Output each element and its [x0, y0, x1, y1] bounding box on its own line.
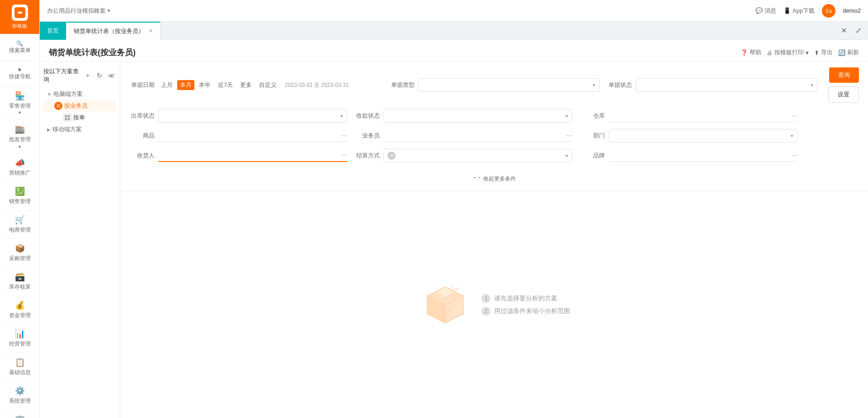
date-range-display: 2023-03-01 至 2023-03-31 — [285, 81, 349, 89]
inventory-icon: 🗃️ — [15, 272, 25, 282]
help-button[interactable]: ❓ 帮助 — [741, 48, 761, 57]
sidebar-item-sales[interactable]: 💹 销售管理 — [0, 182, 39, 210]
salesman-dots[interactable]: ··· — [566, 132, 572, 140]
star-icon: ★ — [17, 66, 22, 73]
tab-close-all-button[interactable]: ✕ — [837, 24, 850, 37]
warehouse-dots[interactable]: ··· — [792, 112, 797, 120]
left-panel-icons: ＋ ↻ ≪ — [83, 71, 116, 81]
sidebar-item-inventory[interactable]: 🗃️ 库存核算 — [0, 267, 39, 296]
system-icon: ⚙️ — [15, 386, 25, 396]
order-status-label: 单据状态 — [607, 81, 632, 89]
date-tab-custom[interactable]: 自定义 — [256, 80, 279, 90]
settlement-clear-icon[interactable]: ✕ — [387, 152, 396, 160]
search-menu-button[interactable]: 🔍 搜索菜单 — [3, 38, 37, 57]
sidebar-item-retail[interactable]: 🏪 零售管理 ▾ — [0, 86, 39, 120]
sidebar-item-operations[interactable]: 📊 经营管理 — [0, 324, 39, 353]
page-title: 销货单统计表(按业务员) — [49, 47, 136, 58]
dept-dropdown[interactable]: ▾ — [609, 129, 797, 142]
consignee-input[interactable] — [158, 152, 341, 159]
export-button[interactable]: ⬆ 导出 — [814, 48, 833, 57]
tree-group-desktop[interactable]: ▼ 电脑端方案 — [43, 88, 116, 100]
salesman-control: ··· — [383, 130, 572, 142]
sidebar-item-wholesale[interactable]: 🏬 批发管理 ▴ — [0, 120, 39, 153]
page-header: 销货单统计表(按业务员) ❓ 帮助 🖨 按模板打印 ▾ ⬆ 导出 🔄 刷新 — [40, 40, 868, 62]
date-tab-last-7-days[interactable]: 近7天 — [215, 80, 236, 90]
help-icon: ❓ — [741, 49, 748, 56]
filter-row-1: 单据日期 上月 本月 本年 近7天 更多 自定义 2023-03-01 至 20… — [129, 67, 859, 103]
collapse-icon: ⌃⌃ — [472, 176, 481, 182]
tip-num-1: 1 — [481, 294, 491, 303]
top-header: 办公用品行业模拟账套 ▾ 💬 消息 📱 App下载 Ea demo2 — [40, 0, 868, 22]
collapse-panel-button[interactable]: ≪ — [106, 71, 116, 81]
wholesale-icon: 🏬 — [15, 124, 25, 134]
retail-icon: 🏪 — [15, 91, 25, 101]
content-wrapper: 按以下方案查询 ＋ ↻ ≪ ▼ 电脑端方案 按 按业务员 — [40, 62, 868, 418]
sidebar-item-finance[interactable]: 💰 资金管理 — [0, 296, 39, 324]
dept-label: 部门 — [580, 132, 605, 140]
ecommerce-icon: 🛒 — [15, 215, 25, 225]
empty-tip-2: 2 用过滤条件来缩小分析范围 — [481, 307, 570, 316]
add-scheme-button[interactable]: ＋ — [83, 71, 93, 81]
date-tab-this-year[interactable]: 本年 — [196, 80, 213, 90]
tab-actions: ✕ ⤢ — [837, 24, 868, 37]
goods-dots[interactable]: ··· — [341, 132, 347, 140]
page-content: 销货单统计表(按业务员) ❓ 帮助 🖨 按模板打印 ▾ ⬆ 导出 🔄 刷新 — [40, 40, 868, 418]
avatar[interactable]: Ea — [822, 4, 835, 18]
right-content: 单据日期 上月 本月 本年 近7天 更多 自定义 2023-03-01 至 20… — [120, 62, 868, 418]
settlement-dropdown[interactable]: ✕ ▾ — [383, 149, 572, 162]
template-print-button[interactable]: 🖨 按模板打印 ▾ — [767, 48, 809, 57]
sidebar-item-enterprise[interactable]: 🏢 企业协同 — [0, 410, 39, 418]
recv-status-dropdown[interactable]: ▾ — [383, 109, 572, 123]
sidebar-item-marketing[interactable]: 📣 营销推广 — [0, 153, 39, 182]
date-tab-more[interactable]: 更多 — [237, 80, 255, 90]
setting-button[interactable]: 设置 — [828, 86, 859, 103]
brand-control: ··· — [609, 150, 797, 162]
order-status-filter: 单据状态 ▾ — [607, 78, 817, 92]
tab-sales-stat[interactable]: 销货单统计表（按业务员） ✕ — [66, 22, 160, 40]
brand-dots[interactable]: ··· — [792, 152, 797, 160]
svg-point-14 — [448, 309, 450, 311]
date-tabs-group: 上月 本月 本年 近7天 更多 自定义 2023-03-01 至 2023-03… — [158, 80, 349, 90]
empty-state: 1 请先选择要分析的方案 2 用过滤条件来缩小分析范围 — [120, 191, 868, 418]
date-tab-this-month[interactable]: 本月 — [177, 80, 194, 90]
sales-icon: 💹 — [15, 186, 25, 196]
order-status-chevron-icon: ▾ — [811, 82, 813, 88]
query-button[interactable]: 查询 — [829, 67, 859, 83]
goods-filter: 商品 ··· — [129, 130, 347, 142]
account-name: 办公用品行业模拟账套 — [47, 7, 106, 15]
sidebar-item-basic[interactable]: 📋 基础信息 — [0, 353, 39, 381]
sidebar-item-ecommerce[interactable]: 🛒 电商管理 — [0, 210, 39, 239]
order-type-dropdown[interactable]: ▾ — [418, 78, 600, 92]
svg-rect-1 — [65, 115, 67, 117]
sidebar-item-purchase[interactable]: 📦 采购管理 — [0, 239, 39, 267]
order-type-chevron-icon: ▾ — [593, 82, 595, 88]
consignee-dots[interactable]: ··· — [341, 151, 347, 159]
order-status-dropdown[interactable]: ▾ — [636, 78, 817, 92]
out-status-chevron-icon: ▾ — [340, 113, 343, 119]
tab-home[interactable]: 首页 — [40, 22, 66, 40]
tab-close-button[interactable]: ✕ — [149, 28, 153, 34]
svg-point-11 — [458, 294, 461, 296]
refresh-scheme-button[interactable]: ↻ — [94, 71, 104, 81]
quick-nav-button[interactable]: ★ 快捷导航 — [3, 64, 37, 83]
out-status-dropdown[interactable]: ▾ — [158, 109, 347, 123]
left-panel-header: 按以下方案查询 ＋ ↻ ≪ — [43, 67, 116, 84]
tree-item-by-salesman[interactable]: 按 按业务员 — [43, 100, 116, 112]
tree-item-by-order[interactable]: 按单 — [43, 112, 116, 124]
dept-filter: 部门 ▾ — [580, 129, 797, 142]
goods-control: ··· — [158, 130, 347, 142]
date-tab-last-month[interactable]: 上月 — [158, 80, 175, 90]
left-panel: 按以下方案查询 ＋ ↻ ≪ ▼ 电脑端方案 按 按业务员 — [40, 62, 120, 418]
message-button[interactable]: 💬 消息 — [755, 7, 776, 15]
date-filter-item: 单据日期 上月 本月 本年 近7天 更多 自定义 2023-03-01 至 20… — [129, 80, 382, 90]
collapse-button[interactable]: ⌃⌃ 收起更多条件 — [472, 172, 516, 185]
tree-group-mobile[interactable]: ▶ 移动端方案 — [43, 124, 116, 135]
tab-maximize-button[interactable]: ⤢ — [852, 24, 864, 37]
app-download-button[interactable]: 📱 App下载 — [783, 7, 815, 15]
message-icon: 💬 — [755, 7, 763, 14]
empty-tips: 1 请先选择要分析的方案 2 用过滤条件来缩小分析范围 — [481, 294, 570, 316]
print-icon: 🖨 — [767, 49, 773, 56]
refresh-button[interactable]: 🔄 刷新 — [838, 48, 859, 57]
account-dropdown[interactable]: 办公用品行业模拟账套 ▾ — [47, 7, 110, 15]
sidebar-item-system[interactable]: ⚙️ 系统管理 — [0, 381, 39, 410]
